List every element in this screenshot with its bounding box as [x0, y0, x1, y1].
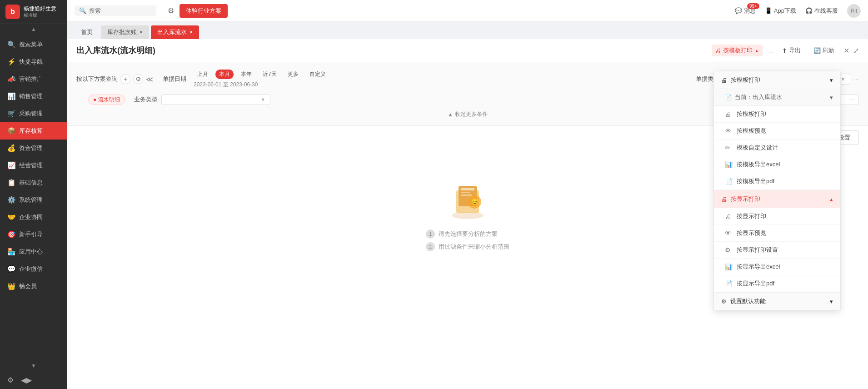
display-settings-icon: ⚙: [725, 246, 732, 254]
dropdown-item-template-print[interactable]: 🖨 按模板打印: [714, 106, 840, 123]
dropdown-item-label: 按显示打印设置: [737, 246, 778, 254]
tab-flow-label: 出入库流水: [157, 28, 187, 36]
dropdown-item-label: 模板自定义设计: [737, 144, 778, 152]
app-download-btn[interactable]: 📱 App下载: [765, 7, 796, 15]
dropdown-item-display-pdf[interactable]: 📄 按显示导出pdf: [714, 275, 840, 292]
filter-collapse-arrow[interactable]: ≪: [146, 75, 154, 84]
dropdown-collapse-icon: ▾: [830, 77, 833, 84]
member-icon: 👑: [7, 282, 15, 290]
display-print-icon: 🖨: [721, 196, 727, 203]
window-close-btn[interactable]: ✕: [843, 46, 849, 55]
date-range: 2023-06-01 至 2023-06-30: [194, 81, 329, 89]
empty-svg: 😊: [445, 177, 490, 222]
sidebar-item-marketing[interactable]: 📣 营销推广: [0, 70, 67, 88]
tab-flow-close[interactable]: ×: [190, 29, 193, 35]
sidebar-item-purchase[interactable]: 🛒 采购管理: [0, 105, 67, 122]
date-tab-this-month[interactable]: 本月: [215, 70, 234, 79]
dropdown-item-label: 按显示导出excel: [737, 263, 780, 271]
sidebar-item-label: 营销推广: [19, 75, 43, 83]
dropdown-item-template-excel[interactable]: 📊 按模板导出excel: [714, 156, 840, 173]
nav-scroll-up[interactable]: ▲: [0, 24, 67, 34]
main-content: 🔍 ⚙ 体验行业方案 💬 消息 99+ 📱 App下载 🎧 在线客服 Rit: [67, 0, 868, 389]
preview-icon: 👁: [725, 127, 732, 135]
filter-tag-icon: ●: [93, 96, 96, 103]
window-expand-btn[interactable]: ⤢: [853, 46, 859, 55]
nav-scroll-down[interactable]: ▼: [0, 361, 67, 371]
export-icon: ⬆: [782, 47, 787, 54]
customer-service-btn[interactable]: 🎧 在线客服: [805, 7, 838, 15]
sidebar-item-finance[interactable]: 💰 资金管理: [0, 140, 67, 157]
dropdown-item-label: 按显示预览: [737, 229, 766, 237]
sidebar-item-system[interactable]: ⚙️ 系统管理: [0, 191, 67, 209]
sidebar-item-inventory[interactable]: 📦 库存核算: [0, 122, 67, 140]
dropdown-item-template-pdf[interactable]: 📄 按模板导出pdf: [714, 173, 840, 190]
dropdown-item-display-preview[interactable]: 👁 按显示预览: [714, 225, 840, 242]
sidebar-item-base[interactable]: 📋 基础信息: [0, 174, 67, 191]
date-tab-more[interactable]: 更多: [284, 70, 302, 79]
message-btn[interactable]: 💬 消息 99+: [735, 7, 756, 15]
topbar-divider: [162, 5, 162, 16]
dropdown-header-template[interactable]: 🖨 按模板打印 ▾: [714, 71, 840, 89]
dropdown-item-display-settings[interactable]: ⚙ 按显示打印设置: [714, 242, 840, 259]
sidebar-item-operation[interactable]: 📈 经营管理: [0, 157, 67, 174]
sidebar-item-member[interactable]: 👑 畅会员: [0, 278, 67, 295]
current-icon: 📄: [725, 94, 732, 101]
dropdown-header-display-label: 按显示打印: [731, 195, 760, 203]
sidebar-item-sales[interactable]: 📊 销售管理: [0, 88, 67, 105]
message-icon: 💬: [735, 7, 742, 14]
filter-tag-active[interactable]: ● 流水明细: [88, 95, 125, 105]
step-num-2: 2: [426, 242, 435, 251]
dropdown-item-template-custom[interactable]: ✏ 模板自定义设计: [714, 140, 840, 156]
date-tab-last7[interactable]: 近7天: [259, 70, 280, 79]
date-tab-last-month[interactable]: 上月: [194, 70, 212, 79]
step-2-text: 用过滤条件来缩小分析范围: [439, 243, 509, 251]
sidebar-item-label: 采购管理: [19, 110, 43, 118]
trial-button[interactable]: 体验行业方案: [180, 4, 228, 18]
search-input[interactable]: [89, 7, 144, 14]
print-template-btn[interactable]: 🖨 按模板打印 ▲: [712, 45, 763, 56]
export-btn[interactable]: ⬆ 导出: [778, 45, 804, 56]
sidebar-item-guide[interactable]: 🎯 新手引导: [0, 226, 67, 243]
dropdown-header-defaults[interactable]: ⚙ 设置默认功能 ▾: [714, 293, 840, 310]
tab-home[interactable]: 首页: [75, 25, 99, 39]
doc-type-more[interactable]: ···: [854, 76, 859, 83]
dropdown-item-display-print[interactable]: 🖨 按显示打印: [714, 208, 840, 225]
tab-flow[interactable]: 出入库流水 ×: [151, 25, 199, 39]
filter-biz-section: 业务类型 ▼: [134, 94, 270, 105]
sidebar-item-label: 搜索菜单: [19, 40, 43, 49]
date-tab-custom[interactable]: 自定义: [306, 70, 329, 79]
sidebar-item-shortcut[interactable]: ⚡ 快捷导航: [0, 53, 67, 70]
sidebar-item-label: 企业协同: [19, 213, 43, 221]
dropdown-item-template-preview[interactable]: 👁 按模板预览: [714, 123, 840, 140]
dropdown-header-display[interactable]: 🖨 按显示打印 ▴: [714, 190, 840, 208]
user-avatar[interactable]: Rit: [847, 4, 861, 18]
sidebar-item-search[interactable]: 🔍 搜索菜单: [0, 36, 67, 53]
collapse-more-btn[interactable]: ▲ 收起更多条件: [448, 110, 488, 118]
sidebar-item-appstore[interactable]: 🏪 应用中心: [0, 243, 67, 260]
filter-date-section: 单据日期 上月 本月 本年 近7天 更多 自定义 2023-06-01 至 20…: [163, 70, 687, 89]
refresh-btn[interactable]: 🔄 刷新: [810, 45, 838, 56]
sidebar-item-cooperation[interactable]: 🤝 企业协同: [0, 209, 67, 226]
user-avatar-placeholder: Rit: [851, 8, 858, 14]
date-tab-this-year[interactable]: 本年: [237, 70, 255, 79]
tab-batch[interactable]: 库存批次账 ×: [101, 25, 149, 39]
print-dropdown-panel: 🖨 按模板打印 ▾ 📄 当前：出入库流水 ▾ 🖨 按模板打印 👁 按模板预览: [713, 71, 841, 311]
topbar-gear-icon[interactable]: ⚙: [168, 6, 174, 15]
filter-settings-button[interactable]: ⚙: [133, 74, 143, 84]
tab-batch-close[interactable]: ×: [140, 29, 143, 35]
settings-footer-btn[interactable]: ⚙: [7, 376, 14, 384]
dropdown-item-display-excel[interactable]: 📊 按显示导出excel: [714, 259, 840, 275]
chevron-up-icon: ▲: [754, 48, 759, 53]
sidebar-item-wechat[interactable]: 💬 企业微信: [0, 260, 67, 278]
actions-separator: ...: [768, 47, 773, 54]
sidebar-item-label: 经营管理: [19, 161, 43, 170]
wechat-icon: 💬: [7, 265, 15, 273]
app-badge: 标准版: [24, 12, 56, 18]
dropdown-header-defaults-label: 设置默认功能: [730, 297, 766, 305]
sidebar-nav: 🔍 搜索菜单 ⚡ 快捷导航 📣 营销推广 📊 销售管理 🛒 采购管理 📦 库存核…: [0, 34, 67, 361]
refresh-label: 刷新: [823, 46, 834, 55]
collapse-sidebar-btn[interactable]: ◀▶: [21, 376, 32, 384]
display-excel-icon: 📊: [725, 263, 732, 270]
biz-type-select[interactable]: ▼: [161, 94, 270, 105]
filter-add-button[interactable]: +: [120, 74, 130, 84]
